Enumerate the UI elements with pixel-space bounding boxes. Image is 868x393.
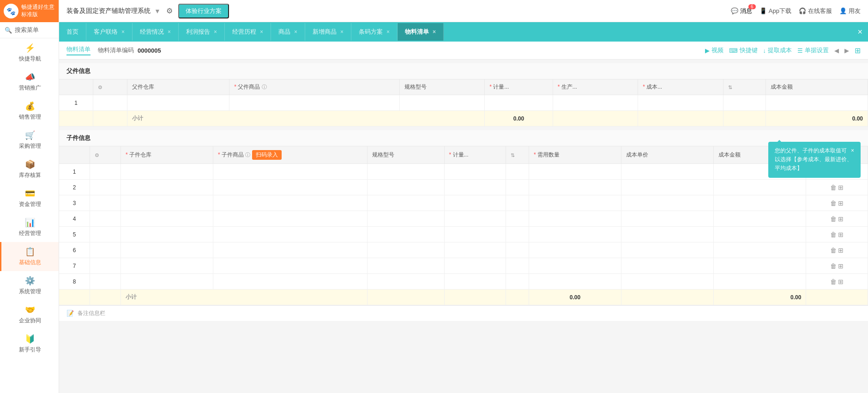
- parent-cell-product-1[interactable]: [229, 95, 400, 111]
- sidebar-item-system[interactable]: ⚙️ 系统管理: [0, 271, 59, 300]
- tab-bom[interactable]: 物料清单 ×: [398, 23, 444, 41]
- tab-history[interactable]: 经营历程 ×: [225, 23, 271, 41]
- child-cell-unit-3[interactable]: [444, 195, 506, 211]
- child-cell-needed-5[interactable]: [529, 227, 621, 242]
- search-menu[interactable]: 🔍 搜索菜单: [0, 22, 59, 38]
- page-tab-bom[interactable]: 物料清单: [66, 45, 90, 55]
- copy-icon-5[interactable]: ⊞: [838, 231, 844, 238]
- delete-icon-2[interactable]: 🗑: [830, 184, 837, 191]
- user-menu[interactable]: 👤 用友: [839, 7, 861, 15]
- parent-cell-warehouse-1[interactable]: [127, 95, 229, 111]
- child-cell-needed-1[interactable]: [529, 164, 621, 180]
- sidebar-item-operations[interactable]: 📊 经营管理: [0, 213, 59, 242]
- tab-close-bom[interactable]: ×: [433, 29, 436, 35]
- child-cell-needed-3[interactable]: [529, 195, 621, 211]
- child-cell-unitcost-5[interactable]: [621, 227, 714, 242]
- view-video-btn[interactable]: ▶ 视频: [705, 46, 723, 54]
- parent-cell-spec-1[interactable]: [399, 95, 484, 111]
- tab-close-operations[interactable]: ×: [168, 29, 171, 35]
- child-cell-needed-4[interactable]: [529, 211, 621, 227]
- tab-barcode[interactable]: 条码方案 ×: [351, 23, 398, 41]
- settings-icon[interactable]: ⚙: [166, 6, 173, 15]
- child-cell-spec-7[interactable]: [367, 258, 444, 274]
- single-settings-btn[interactable]: ☰ 单据设置: [797, 46, 829, 54]
- child-product-info-icon[interactable]: ⓘ: [245, 152, 250, 157]
- child-cell-spec-4[interactable]: [367, 211, 444, 227]
- child-cell-unit-4[interactable]: [444, 211, 506, 227]
- tab-close-new-products[interactable]: ×: [340, 29, 344, 35]
- child-cell-unitcost-8[interactable]: [621, 274, 714, 290]
- tab-products[interactable]: 商品 ×: [271, 23, 305, 41]
- copy-icon-6[interactable]: ⊞: [838, 247, 844, 254]
- delete-icon-5[interactable]: 🗑: [830, 231, 837, 238]
- delete-icon-6[interactable]: 🗑: [830, 247, 837, 254]
- tab-close-customer[interactable]: ×: [121, 29, 125, 35]
- child-cell-warehouse-3[interactable]: [121, 195, 213, 211]
- child-cell-spec-5[interactable]: [367, 227, 444, 242]
- sidebar-item-purchase[interactable]: 🛒 采购管理: [0, 126, 59, 155]
- shortcut-btn[interactable]: ⌨ 快捷键: [729, 46, 758, 54]
- child-cell-warehouse-2[interactable]: [121, 180, 213, 195]
- dropdown-arrow-icon[interactable]: ▼: [154, 7, 161, 15]
- trial-button[interactable]: 体验行业方案: [178, 4, 229, 18]
- tab-close-products[interactable]: ×: [294, 29, 297, 35]
- grid-view-icon[interactable]: ⊞: [855, 46, 861, 55]
- child-th-settings[interactable]: ⚙: [90, 146, 121, 164]
- sidebar-item-inventory[interactable]: 📦 库存核算: [0, 155, 59, 184]
- message-badge[interactable]: 💬 消息 6: [731, 7, 752, 15]
- child-cell-unit-6[interactable]: [444, 242, 506, 258]
- tab-new-products[interactable]: 新增商品 ×: [305, 23, 351, 41]
- child-cell-unitcost-2[interactable]: [621, 180, 714, 195]
- copy-icon-4[interactable]: ⊞: [838, 215, 844, 223]
- child-cell-warehouse-6[interactable]: [121, 242, 213, 258]
- close-all-tabs[interactable]: ×: [852, 27, 868, 37]
- child-cell-product-8[interactable]: [213, 274, 368, 290]
- copy-icon-2[interactable]: ⊞: [838, 184, 844, 191]
- tab-operations[interactable]: 经营情况 ×: [133, 23, 179, 41]
- copy-icon-8[interactable]: ⊞: [838, 278, 844, 285]
- tab-customer[interactable]: 客户联络 ×: [86, 23, 133, 41]
- child-cell-product-7[interactable]: [213, 258, 368, 274]
- child-cell-warehouse-1[interactable]: [121, 164, 213, 180]
- extract-cost-btn[interactable]: ↓ 提取成本: [763, 46, 792, 54]
- child-cell-product-3[interactable]: [213, 195, 368, 211]
- sidebar-item-sales[interactable]: 💰 销售管理: [0, 97, 59, 126]
- child-cell-warehouse-4[interactable]: [121, 211, 213, 227]
- child-cell-spec-3[interactable]: [367, 195, 444, 211]
- child-cell-needed-2[interactable]: [529, 180, 621, 195]
- tab-close-history[interactable]: ×: [260, 29, 263, 35]
- copy-icon-7[interactable]: ⊞: [838, 262, 844, 270]
- child-cell-unitcost-6[interactable]: [621, 242, 714, 258]
- tooltip-close-btn[interactable]: ×: [851, 146, 854, 155]
- child-cell-unitcost-1[interactable]: [621, 164, 714, 180]
- child-cell-needed-8[interactable]: [529, 274, 621, 290]
- child-cell-unit-1[interactable]: [444, 164, 506, 180]
- sidebar-item-marketing[interactable]: 📣 营销推广: [0, 67, 59, 97]
- child-cell-product-5[interactable]: [213, 227, 368, 242]
- sidebar-item-quick-nav[interactable]: ⚡ 快捷导航: [0, 38, 59, 67]
- product-info-icon[interactable]: ⓘ: [262, 84, 267, 90]
- child-cell-warehouse-5[interactable]: [121, 227, 213, 242]
- sidebar-item-enterprise[interactable]: 🤝 企业协同: [0, 300, 59, 329]
- nav-prev-icon[interactable]: ◀: [834, 47, 839, 54]
- child-cell-product-1[interactable]: [213, 164, 368, 180]
- tab-home[interactable]: 首页: [59, 23, 86, 41]
- tab-close-profit[interactable]: ×: [214, 29, 217, 35]
- child-cell-product-2[interactable]: [213, 180, 368, 195]
- child-cell-unitcost-7[interactable]: [621, 258, 714, 274]
- nav-next-icon[interactable]: ▶: [844, 47, 849, 54]
- app-download-link[interactable]: 📱 App下载: [760, 7, 791, 15]
- delete-icon-3[interactable]: 🗑: [830, 200, 837, 207]
- child-cell-unit-5[interactable]: [444, 227, 506, 242]
- child-cell-unit-2[interactable]: [444, 180, 506, 195]
- sidebar-item-guide[interactable]: 🔰 新手引导: [0, 329, 59, 358]
- sidebar-item-basic-info[interactable]: 📋 基础信息: [0, 242, 59, 271]
- child-cell-unit-7[interactable]: [444, 258, 506, 274]
- parent-cell-produce-1[interactable]: [553, 95, 638, 111]
- child-cell-product-6[interactable]: [213, 242, 368, 258]
- delete-icon-8[interactable]: 🗑: [830, 278, 837, 285]
- copy-icon-3[interactable]: ⊞: [838, 200, 844, 207]
- child-cell-unit-8[interactable]: [444, 274, 506, 290]
- sidebar-item-finance[interactable]: 💳 资金管理: [0, 184, 59, 213]
- scan-input-btn[interactable]: 扫码录入: [252, 150, 282, 160]
